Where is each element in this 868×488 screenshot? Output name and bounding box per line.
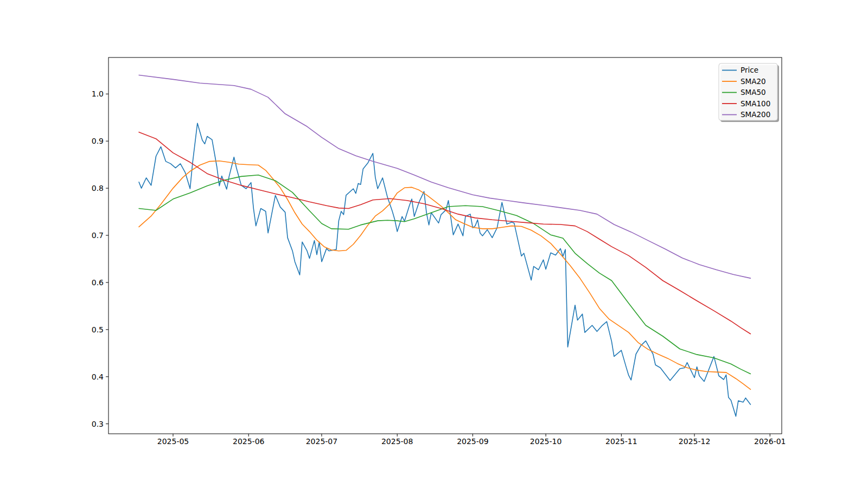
plot-area: [108, 57, 782, 434]
x-axis-tick-label: 2025-09: [457, 437, 489, 446]
legend-sma100-label: SMA100: [741, 99, 770, 108]
price-sma-line-chart: 2025-052025-062025-072025-082025-092025-…: [0, 0, 868, 488]
y-axis-tick-label: 1.0: [92, 89, 104, 98]
x-axis-tick-label: 2025-10: [530, 437, 562, 446]
x-axis-tick-label: 2025-11: [605, 437, 637, 446]
y-axis-tick-label: 0.7: [92, 231, 104, 240]
x-axis-tick-label: 2025-08: [381, 437, 413, 446]
x-axis-tick-label: 2025-05: [157, 437, 189, 446]
y-axis-tick-label: 0.9: [92, 137, 104, 145]
y-axis-tick-label: 0.6: [92, 278, 104, 287]
x-axis-tick-label: 2025-12: [679, 437, 711, 446]
legend-sma50-label: SMA50: [741, 88, 766, 97]
y-axis-tick-label: 0.5: [92, 325, 104, 334]
y-axis-tick-label: 0.8: [92, 184, 104, 192]
legend-sma20-label: SMA20: [741, 77, 766, 86]
legend-price-label: Price: [741, 66, 758, 74]
x-axis-tick-label: 2025-06: [233, 437, 265, 446]
y-axis-tick-label: 0.4: [92, 373, 104, 381]
x-axis-tick-label: 2025-07: [306, 437, 338, 446]
y-axis-tick-label: 0.3: [92, 420, 104, 428]
x-axis-tick-label: 2026-01: [754, 437, 786, 446]
chart-figure: 2025-052025-062025-072025-082025-092025-…: [0, 0, 868, 488]
legend-sma200-label: SMA200: [741, 110, 770, 119]
